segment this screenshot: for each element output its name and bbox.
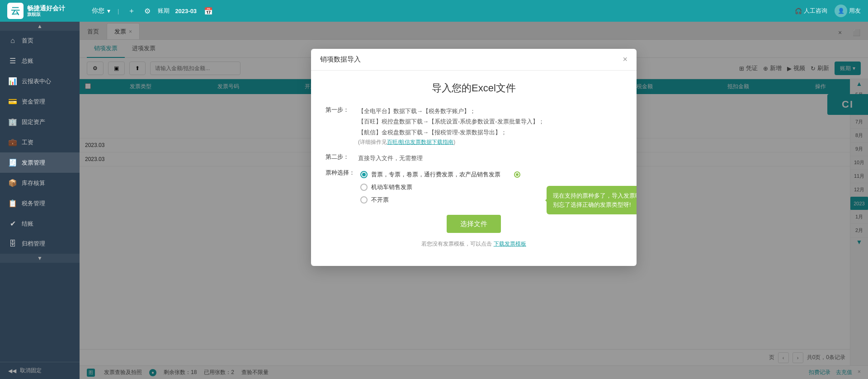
tax-icon: 📋: [8, 199, 17, 208]
top-divider: |: [118, 8, 119, 14]
modal-header: 销项数据导入 ×: [311, 49, 637, 71]
sidebar: ▲ ⌂ 首页 ☰ 总账 📊 云报表中心 💳 资金管理 🏢 固定资产: [0, 22, 80, 379]
headphone-icon: 🎧: [795, 8, 802, 14]
top-right: 🎧 人工咨询 👤 用友: [795, 5, 861, 17]
sidebar-unpin[interactable]: ◀◀ 取消固定: [0, 362, 80, 379]
modal-body: 导入您的Excel文件 第一步： 【全电平台】数据下载→【税务数字账户】； 【百…: [311, 71, 637, 266]
step2-content: 直接导入文件，无需整理: [358, 153, 423, 163]
download-template-link[interactable]: 下载发票模板: [494, 241, 526, 247]
sidebar-item-fund[interactable]: 💳 资金管理: [0, 91, 80, 112]
import-modal: 销项数据导入 × 导入您的Excel文件 第一步： 【全电平台】数据下载→【税务…: [311, 49, 637, 266]
sidebar-item-home[interactable]: ⌂ 首页: [0, 31, 80, 51]
radio-option-2[interactable]: 机动车销售发票: [360, 183, 500, 191]
checkout-icon: ✔: [8, 219, 17, 228]
ticket-label: 票种选择：: [326, 169, 355, 177]
logo-icon: 云: [7, 3, 24, 19]
tooltip-bubble: × 现在支持的票种多了，导入发票时别忘了选择正确的发票类型呀!: [547, 186, 637, 214]
user-button[interactable]: 👤 用友: [835, 5, 861, 17]
logo-text: 畅捷通好会计 旗舰版: [27, 5, 65, 18]
sidebar-scroll-down[interactable]: ▼: [0, 254, 80, 263]
inventory-icon: 📦: [8, 179, 17, 187]
sidebar-item-invoice[interactable]: 🧾 发票管理: [0, 152, 80, 173]
select-file-button[interactable]: 选择文件: [447, 215, 501, 233]
radio-circle-1: [360, 171, 368, 178]
main-layout: ▲ ⌂ 首页 ☰ 总账 📊 云报表中心 💳 资金管理 🏢 固定资产: [0, 22, 868, 379]
sidebar-item-ledger[interactable]: ☰ 总账: [0, 51, 80, 71]
avatar: 👤: [835, 5, 847, 17]
sidebar-item-checkout[interactable]: ✔ 结账: [0, 213, 80, 234]
home-icon: ⌂: [8, 37, 17, 45]
settings-icon[interactable]: ⚙: [142, 5, 152, 17]
tooltip-dot: [515, 172, 519, 177]
calendar-icon[interactable]: 📅: [202, 5, 215, 17]
ticket-row: 票种选择： 普票，专票，卷票，通行费发票，农产品销售发票 机动车销售发票: [326, 169, 622, 204]
sidebar-item-salary[interactable]: 💼 工资: [0, 132, 80, 152]
logo-area: 云 畅捷通好会计 旗舰版: [7, 3, 86, 19]
radio-circle-2: [360, 184, 368, 191]
step1-content: 【全电平台】数据下载→【税务数字账户】； 【百旺】税控盘数据下载→【系统设置-系…: [358, 106, 544, 147]
report-icon: 📊: [8, 77, 17, 85]
radio-circle-3: [360, 196, 368, 204]
radio-option-3[interactable]: 不开票: [360, 196, 500, 204]
top-bar: 云 畅捷通好会计 旗舰版 你您 ▾ | ＋ ⚙ 账期 2023-03 📅 🎧 人…: [0, 0, 868, 22]
salary-icon: 💼: [8, 138, 17, 147]
modal-title-text: 销项数据导入: [320, 55, 361, 64]
radio-group: 普票，专票，卷票，通行费发票，农产品销售发票 机动车销售发票 不开票: [360, 171, 500, 204]
fund-icon: 💳: [8, 97, 17, 106]
tooltip-anchor: × 现在支持的票种多了，导入发票时别忘了选择正确的发票类型呀!: [515, 172, 519, 177]
archive-icon: 🗄: [8, 240, 17, 248]
step1-row: 第一步： 【全电平台】数据下载→【税务数字账户】； 【百旺】税控盘数据下载→【系…: [326, 106, 622, 147]
asset-icon: 🏢: [8, 118, 17, 126]
company-selector[interactable]: 你您 ▾: [92, 7, 110, 15]
modal-footer-note: 若您没有发票模板，可以点击 下载发票模板: [326, 240, 622, 255]
sidebar-item-asset[interactable]: 🏢 固定资产: [0, 112, 80, 132]
modal-overlay: 销项数据导入 × 导入您的Excel文件 第一步： 【全电平台】数据下载→【税务…: [80, 22, 868, 379]
pin-icon: ◀◀: [8, 368, 16, 374]
guide-link[interactable]: 百旺/航信发票数据下载指南: [387, 139, 453, 145]
step2-label: 第二步：: [326, 153, 353, 163]
step1-line3: 【航信】金税盘数据下载→【报税管理-发票数据导出】；: [358, 127, 544, 137]
step1-line1: 【全电平台】数据下载→【税务数字账户】；: [358, 106, 544, 116]
step1-note: (详细操作见百旺/航信发票数据下载指南): [358, 137, 544, 147]
content-area: 首页 发票 × 销项发票 进项发票 ⚙ ▣ ⬆: [80, 22, 868, 379]
add-icon[interactable]: ＋: [126, 5, 137, 18]
sidebar-item-report[interactable]: 📊 云报表中心: [0, 71, 80, 91]
sidebar-scroll: ▲ ⌂ 首页 ☰ 总账 📊 云报表中心 💳 资金管理 🏢 固定资产: [0, 22, 80, 362]
sidebar-item-archive[interactable]: 🗄 归档管理: [0, 234, 80, 254]
modal-content-title: 导入您的Excel文件: [326, 81, 622, 95]
sidebar-item-inventory[interactable]: 📦 库存核算: [0, 173, 80, 193]
sidebar-item-tax[interactable]: 📋 税务管理: [0, 193, 80, 213]
sidebar-scroll-up[interactable]: ▲: [0, 22, 80, 31]
step1-label: 第一步：: [326, 106, 353, 147]
step2-row: 第二步： 直接导入文件，无需整理: [326, 153, 622, 163]
modal-close-button[interactable]: ×: [623, 55, 627, 64]
chevron-down-icon: ▾: [107, 7, 110, 14]
ledger-icon: ☰: [8, 57, 17, 65]
invoice-icon: 🧾: [8, 158, 17, 167]
support-button[interactable]: 🎧 人工咨询: [795, 7, 827, 15]
radio-option-1[interactable]: 普票，专票，卷票，通行费发票，农产品销售发票: [360, 171, 500, 179]
step1-line2: 【百旺】税控盘数据下载→【系统设置-系统参数设置-发票批量导入】；: [358, 116, 544, 127]
